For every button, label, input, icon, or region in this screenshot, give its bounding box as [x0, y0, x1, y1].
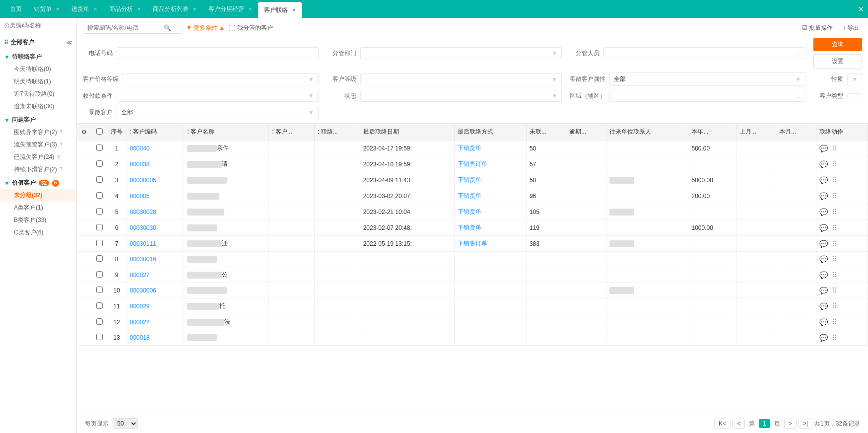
- collapse-sidebar-icon[interactable]: ≪: [66, 39, 72, 46]
- row-last-method[interactable]: 下销售订单: [454, 236, 526, 252]
- row-checkbox-cell[interactable]: [92, 188, 107, 204]
- row-checkbox[interactable]: [96, 176, 103, 183]
- row-last-method[interactable]: 下销货单: [454, 172, 526, 188]
- row-last-method[interactable]: [454, 314, 526, 330]
- row-checkbox-cell[interactable]: [92, 156, 107, 172]
- row-code[interactable]: 00030028: [127, 204, 184, 220]
- close-purchase-icon[interactable]: ✕: [93, 6, 97, 12]
- year-amount-header[interactable]: 本年...: [688, 124, 736, 141]
- row-checkbox-cell[interactable]: [92, 314, 107, 330]
- main-search-icon[interactable]: 🔍: [164, 24, 171, 31]
- tab-customer-segment[interactable]: 客户分层经营 ✕: [202, 0, 258, 18]
- row-code[interactable]: 000022: [127, 314, 184, 330]
- chat-icon[interactable]: 💬: [819, 255, 828, 263]
- category-search-input[interactable]: [4, 22, 77, 29]
- chat-icon[interactable]: 💬: [819, 224, 828, 232]
- row-checkbox[interactable]: [96, 255, 103, 262]
- my-customers-checkbox[interactable]: [229, 25, 235, 31]
- chat-icon[interactable]: 💬: [819, 287, 828, 294]
- chat-icon[interactable]: 💬: [819, 192, 828, 200]
- more-action-icon[interactable]: ⠿: [832, 160, 837, 168]
- row-checkbox[interactable]: [96, 271, 103, 278]
- row-checkbox[interactable]: [96, 302, 103, 309]
- row-code[interactable]: 000005: [127, 188, 184, 204]
- row-last-method[interactable]: [454, 252, 526, 267]
- more-action-icon[interactable]: ⠿: [832, 302, 837, 310]
- my-customers-toggle[interactable]: 我分管的客户: [229, 24, 273, 32]
- row-checkbox[interactable]: [96, 160, 103, 167]
- chat-icon[interactable]: 💬: [819, 271, 828, 279]
- page-size-select[interactable]: 50 100 200: [113, 418, 138, 429]
- row-last-method[interactable]: [454, 330, 526, 346]
- row-checkbox-cell[interactable]: [92, 141, 107, 156]
- row-checkbox-cell[interactable]: [92, 330, 107, 346]
- retail-customer-select[interactable]: 全部 ▼: [117, 106, 319, 119]
- price-level-select[interactable]: ▼: [123, 73, 319, 85]
- pending-section[interactable]: ▼ 待联络客户: [0, 50, 76, 63]
- check-column-header[interactable]: [92, 124, 107, 141]
- row-last-method[interactable]: 下销货单: [454, 204, 526, 220]
- chat-icon[interactable]: 💬: [819, 160, 828, 168]
- close-sales-icon[interactable]: ✕: [56, 6, 60, 12]
- more-action-icon[interactable]: ⠿: [832, 144, 837, 152]
- chat-icon[interactable]: 💬: [819, 302, 828, 310]
- row-code[interactable]: 00030005: [127, 172, 184, 188]
- refresh-icon[interactable]: ↻: [52, 180, 59, 187]
- chat-icon[interactable]: 💬: [819, 144, 828, 152]
- row-checkbox[interactable]: [96, 144, 103, 151]
- more-action-icon[interactable]: ⠿: [832, 287, 837, 294]
- row-checkbox-cell[interactable]: [92, 298, 107, 314]
- row-name[interactable]: [184, 188, 269, 204]
- last-month-header[interactable]: 上月...: [736, 124, 776, 141]
- more-conditions-btn[interactable]: ▼ 更多条件 ▲: [186, 24, 225, 32]
- row-code[interactable]: 00030111: [127, 236, 184, 252]
- sidebar-item-a-class[interactable]: A类客户(1): [0, 202, 76, 214]
- row-name[interactable]: 迁: [184, 236, 269, 252]
- contact-person-header[interactable]: 往来单位联系人: [606, 124, 688, 141]
- row-checkbox-cell[interactable]: [92, 267, 107, 283]
- chat-icon[interactable]: 💬: [819, 176, 828, 184]
- customer-col-header[interactable]: : 客户...: [269, 124, 315, 141]
- more-action-icon[interactable]: ⠿: [832, 334, 837, 342]
- more-action-icon[interactable]: ⠿: [832, 224, 837, 232]
- all-customers-header[interactable]: ⠿ 全部客户 ≪: [0, 35, 76, 50]
- row-checkbox-cell[interactable]: [92, 220, 107, 236]
- main-search-input[interactable]: [87, 24, 162, 31]
- row-name[interactable]: [184, 330, 269, 346]
- current-page[interactable]: 1: [759, 419, 770, 428]
- row-name[interactable]: [184, 283, 269, 298]
- select-all-checkbox[interactable]: [96, 128, 103, 135]
- row-checkbox[interactable]: [96, 208, 103, 215]
- row-checkbox-cell[interactable]: [92, 252, 107, 267]
- row-last-method[interactable]: 下销售订单: [454, 156, 526, 172]
- more-action-icon[interactable]: ⠿: [832, 318, 837, 326]
- row-name[interactable]: 亲仵: [184, 141, 269, 156]
- row-checkbox[interactable]: [96, 224, 103, 230]
- more-action-icon[interactable]: ⠿: [832, 192, 837, 200]
- tab-customer-contact[interactable]: 客户联络 ✕: [258, 2, 302, 18]
- tab-sales[interactable]: 销货单 ✕: [28, 0, 66, 18]
- row-code[interactable]: 000027: [127, 267, 184, 283]
- next-page-button[interactable]: >: [784, 419, 797, 429]
- chat-icon[interactable]: 💬: [819, 208, 828, 216]
- sidebar-item-7days-pending[interactable]: 近7天待联络(0): [0, 88, 76, 100]
- unlink-days-header[interactable]: 未联...: [526, 124, 566, 141]
- row-checkbox[interactable]: [96, 334, 103, 340]
- this-month-header[interactable]: 本月...: [776, 124, 816, 141]
- problem-section[interactable]: ▼ 问题客户: [0, 113, 76, 126]
- row-last-method[interactable]: 下销货单: [454, 220, 526, 236]
- last-contact-date-header[interactable]: 最后联络日期: [360, 124, 454, 141]
- sidebar-item-declining[interactable]: 持续下滑客户(2) ?: [0, 163, 76, 176]
- row-name[interactable]: 公: [184, 267, 269, 283]
- row-last-method[interactable]: [454, 298, 526, 314]
- row-code[interactable]: 00030030: [127, 220, 184, 236]
- more-action-icon[interactable]: ⠿: [832, 271, 837, 279]
- sidebar-item-abnormal[interactable]: 囤购异常客户(2) ?: [0, 126, 76, 139]
- region-select[interactable]: …: [609, 90, 805, 102]
- customer-type-select[interactable]: [847, 93, 862, 98]
- chat-icon[interactable]: 💬: [819, 318, 828, 326]
- more-action-icon[interactable]: ⠿: [832, 240, 837, 248]
- last-contact-method-header[interactable]: 最后联络方式: [454, 124, 526, 141]
- prev-page-button[interactable]: <: [733, 419, 745, 429]
- row-code[interactable]: 000040: [127, 141, 184, 156]
